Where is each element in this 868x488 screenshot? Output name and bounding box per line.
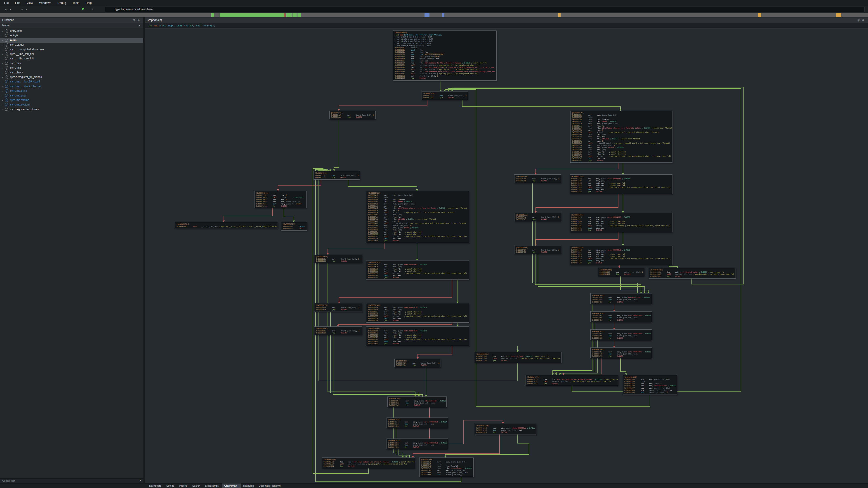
graph-node-0x00001562[interactable]: [0x00001562]0x00001562 mov dword [var_7c… (314, 326, 362, 335)
menu-tools[interactable]: Tools (69, 0, 82, 6)
function-row-main[interactable]: ▸ƒmain (0, 38, 143, 43)
menu-help[interactable]: Help (83, 0, 95, 6)
expand-icon[interactable]: ▸ (2, 35, 3, 37)
function-row-sym.register_tm_clones[interactable]: ▸ƒsym.register_tm_clones (0, 107, 143, 112)
function-row-sym..plt.got[interactable]: ▸ƒsym..plt.got (0, 43, 143, 47)
functions-column-header[interactable]: Name ▲ (0, 23, 143, 28)
function-row-sym.imp.puts[interactable]: ▸ƒsym.imp.puts (0, 94, 143, 98)
graph-node-0x0000151c[interactable]: [0x0000151c]0x0000151c mov dword [var_7c… (314, 255, 362, 263)
tab-graph-main-[interactable]: Graph(main) (222, 484, 241, 488)
function-row-entry0[interactable]: ▸ƒentry0 (0, 33, 143, 38)
back-dropdown-icon[interactable]: ▾ (10, 8, 11, 11)
panel-options-icon[interactable]: ◎ (133, 19, 135, 22)
graph-node-0x00001621[interactable]: [0x00001621]0x00001621 leave0x00001622 r… (281, 222, 307, 231)
graph-node-0x0000158e[interactable]: [0x0000158e]0x0000158e lea rdi, str.Inva… (475, 352, 562, 363)
graph-node-0x0000156b[interactable]: [0x0000156b]0x0000156b mov rdx, qword da… (366, 326, 469, 346)
back-button[interactable]: ← (4, 6, 8, 11)
graph-node-0x000013ec[interactable]: [0x000013ec]0x000013ec mov dword [var_80… (514, 213, 561, 221)
expand-icon[interactable]: ▸ (2, 86, 3, 88)
function-row-sym.__libc_csu_init[interactable]: ▸ƒsym.__libc_csu_init (0, 57, 143, 61)
graph-node-0x00001319[interactable]: [0x00001319] int main(int argc, char **a… (393, 31, 497, 80)
graph-node-0x00001418[interactable]: [0x00001418]0x00001418 mov rdx, qword da… (569, 246, 673, 265)
graph-node-0x000015f4[interactable]: [0x000015f4]0x000015f4 cmp dword [var_84… (313, 171, 360, 180)
graph-node-0x000014a7[interactable]: [0x000014a7]0x000014a7 mov dword [var_84… (329, 111, 376, 119)
address-navigation-bar[interactable] (0, 13, 868, 17)
expand-icon[interactable]: ▸ (2, 95, 3, 97)
function-row-sym.__libc_csu_fini[interactable]: ▸ƒsym.__libc_csu_fini (0, 52, 143, 57)
function-row-sym.deregister_tm_clones[interactable]: ▸ƒsym.deregister_tm_clones (0, 75, 143, 79)
graph-node-0x0000159c[interactable]: [0x0000159c]0x0000159c mov eax, dword ch… (388, 396, 447, 408)
function-row-sym._fini[interactable]: ▸ƒsym._fini (0, 61, 143, 66)
function-row-sym._init[interactable]: ▸ƒsym._init (0, 66, 143, 70)
panel-close-icon[interactable]: ⊗ (862, 19, 864, 22)
graph-node-0x00001432[interactable]: [0x00001432]0x00001432 mov dword [var_80… (598, 268, 644, 276)
graph-node-0x0000161c[interactable]: [0x0000161c]0x0000161c call __stack_chk_… (175, 222, 278, 228)
graph-node-0x000013d2[interactable]: [0x000013d2]0x000013d2 mov rdx, qword da… (569, 174, 673, 194)
menu-edit[interactable]: Edit (12, 0, 23, 6)
graph-node-0x000015b2[interactable]: [0x000015b2]0x000015b2 mov eax, dword da… (386, 438, 448, 449)
debug-play-button[interactable]: ▶ (82, 6, 85, 11)
expand-icon[interactable]: ▸ (2, 80, 3, 83)
graph-node-0x00001364[interactable]: [0x00001364]0x00001364 mov eax, dword [v… (570, 111, 673, 163)
graph-node-0x000015c8[interactable]: [0x000015c8]0x000015c8 lea rdi, str.That… (322, 457, 415, 468)
tab-disassembly[interactable]: Disassembly (203, 484, 222, 488)
function-row-sym.imp.printf[interactable]: ▸ƒsym.imp.printf (0, 89, 143, 93)
menu-debug[interactable]: Debug (54, 0, 69, 6)
expand-icon[interactable]: ▸ (2, 99, 3, 101)
function-row-sym.imp.__isoc99_scanf[interactable]: ▸ƒsym.imp.__isoc99_scanf (0, 79, 143, 84)
tab-decompiler-entry0-[interactable]: Decompiler (entry0) (256, 484, 283, 488)
graph-node-0x00001454[interactable]: [0x00001454]0x00001454 mov eax, dword da… (590, 311, 652, 322)
graph-node-0x00001449[interactable]: [0x00001449]0x00001449 mov eax, dword ch… (590, 293, 652, 304)
tab-search[interactable]: Search (190, 484, 203, 488)
graph-node-0x000014b7[interactable]: [0x000014b7]0x000014b7 mov eax, dword [v… (366, 191, 469, 243)
menu-view[interactable]: View (23, 0, 36, 6)
graph-node-0x00001585[interactable]: [0x00001585]0x00001585 mov dword [var_7c… (395, 359, 441, 367)
expand-icon[interactable]: ▸ (2, 108, 3, 111)
address-search-input[interactable]: Type flag name or address here (105, 6, 865, 12)
graph-canvas[interactable]: [0x00001319] int main(int argc, char **a… (145, 29, 868, 483)
tab-strings[interactable]: Strings (164, 484, 177, 488)
panel-options-icon[interactable]: ◎ (858, 19, 860, 22)
forward-dropdown-icon[interactable]: ▾ (26, 8, 27, 11)
graph-node-0x0000145f[interactable]: [0x0000145f]0x0000145f mov eax, dword da… (590, 329, 652, 340)
expand-icon[interactable]: ▸ (2, 53, 3, 55)
quick-filter-close-icon[interactable]: × (139, 479, 141, 482)
expand-icon[interactable]: ▸ (2, 104, 3, 106)
graph-node-0x000015a7[interactable]: [0x000015a7]0x000015a7 mov eax, dword da… (386, 418, 448, 428)
function-row-sym.__do_global_dtors_aux[interactable]: ▸ƒsym.__do_global_dtors_aux (0, 47, 143, 52)
function-row-entry.init0[interactable]: ▸ƒentry.init0 (0, 29, 143, 33)
forward-button[interactable]: → (20, 6, 24, 11)
expand-icon[interactable]: ▸ (2, 90, 3, 92)
function-row-sym.imp.__stack_chk_fail[interactable]: ▸ƒsym.imp.__stack_chk_fail (0, 84, 143, 89)
panel-close-icon[interactable]: ⊗ (137, 19, 140, 22)
graph-node-0x00001483[interactable]: [0x00001483]0x00001483 mov eax, dword [v… (623, 375, 677, 394)
expand-icon[interactable]: ▸ (2, 44, 3, 46)
graph-node-0x0000143b[interactable]: [0x0000143b]0x0000143b lea rdi, str.Inva… (649, 268, 736, 279)
graph-node-0x000015bd[interactable]: [0x000015bd]0x000015bd mov eax, dword da… (475, 424, 536, 434)
tab-hexdump[interactable]: Hexdump (241, 484, 256, 488)
graph-node-0x0000146a[interactable]: [0x0000146a]0x0000146a mov eax, dword da… (590, 348, 652, 358)
graph-node-0x000013f5[interactable]: [0x000013f5]0x000013f5 mov rdx, qword da… (569, 213, 673, 232)
graph-node-0x000014a1[interactable]: [0x000014a1]0x000014a1 cmp dword [var_84… (422, 91, 468, 100)
graph-node-0x000015d6[interactable]: [0x000015d6]0x000015d6 mov eax, dword [v… (419, 457, 473, 477)
expand-icon[interactable]: ▸ (2, 76, 3, 78)
graph-node-0x00001475[interactable]: [0x00001475]0x00001475 lea rdi, str.That… (526, 375, 618, 386)
function-row-sym.imp.system[interactable]: ▸ƒsym.imp.system (0, 103, 143, 107)
expand-icon[interactable]: ▸ (2, 30, 3, 32)
quick-filter-input[interactable]: Quick Filter (2, 480, 15, 482)
graph-node-0x0000140f[interactable]: [0x0000140f]0x0000140f mov dword [var_80… (514, 246, 561, 254)
function-row-sym.check[interactable]: ▸ƒsym.check (0, 70, 143, 75)
graph-node-0x00001548[interactable]: [0x00001548]0x00001548 mov rdx, qword da… (366, 303, 469, 323)
graph-node-0x00001525[interactable]: [0x00001525]0x00001525 mov rdx, qword da… (366, 260, 469, 280)
graph-node-0x000013c9[interactable]: [0x000013c9]0x000013c9 mov dword [var_80… (514, 174, 561, 183)
expand-icon[interactable]: ▸ (2, 62, 3, 65)
tab-dashboard[interactable]: Dashboard (147, 484, 164, 488)
tab-imports[interactable]: Imports (177, 484, 190, 488)
graph-node-0x0000153f[interactable]: [0x0000153f]0x0000153f mov dword [var_7c… (314, 303, 362, 312)
panel-splitter[interactable] (143, 17, 145, 483)
menu-windows[interactable]: Windows (36, 0, 54, 6)
expand-icon[interactable]: ▸ (2, 39, 3, 41)
expand-icon[interactable]: ▸ (2, 58, 3, 60)
debug-dropdown-icon[interactable]: ▾ (92, 8, 93, 10)
menu-file[interactable]: File (1, 0, 12, 6)
